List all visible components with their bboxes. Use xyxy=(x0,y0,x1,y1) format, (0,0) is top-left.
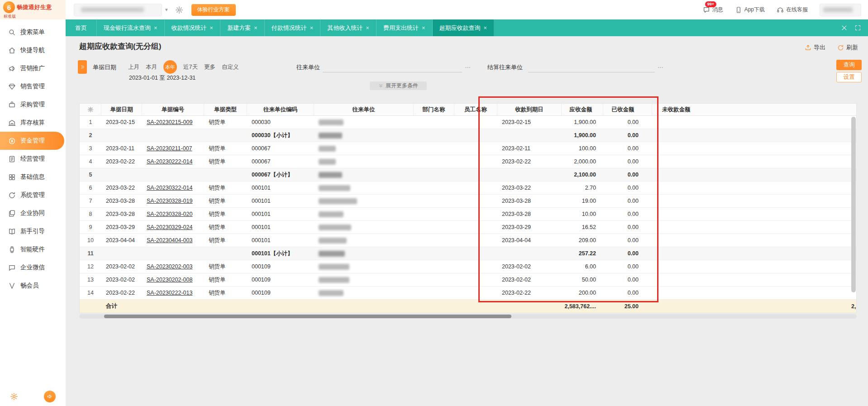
tab-付款情况统计[interactable]: 付款情况统计× xyxy=(265,19,321,36)
vertical-scrollbar[interactable] xyxy=(851,117,856,292)
doc-no-link[interactable]: SA-20230328-019 xyxy=(147,198,192,204)
refresh-button[interactable]: 刷新 xyxy=(837,43,858,52)
quick-date-自定义[interactable]: 自定义 xyxy=(222,63,239,71)
date-range-value[interactable]: 2023-01-01 至 2023-12-31 xyxy=(129,74,196,82)
table-row[interactable]: 5000067【小计】2,100.000.00 xyxy=(80,168,857,182)
column-header-员工名称[interactable]: 员工名称 xyxy=(454,104,497,115)
sidebar-item-营销推广[interactable]: 营销推广 xyxy=(0,59,66,77)
table-row[interactable]: 92023-03-29SA-20230329-024销货单0001012023-… xyxy=(80,221,857,234)
sidebar-item-经营管理[interactable]: 经营管理 xyxy=(0,150,66,168)
tab-close-icon[interactable]: × xyxy=(154,24,157,31)
horizontal-scrollbar-thumb[interactable] xyxy=(104,315,511,318)
table-row[interactable]: 132023-02-02SA-20230202-008销货单0001092023… xyxy=(80,273,857,287)
tab-close-icon[interactable]: × xyxy=(484,24,487,31)
sidebar-item-库存核算[interactable]: 库存核算 xyxy=(0,114,66,132)
messages-button[interactable]: 99+ 消息 xyxy=(703,6,723,14)
tab-现金银行流水查询[interactable]: 现金银行流水查询× xyxy=(97,19,165,36)
sidebar-item-采购管理[interactable]: 采购管理 xyxy=(0,96,66,114)
column-header-往来单位编码[interactable]: 往来单位编码 xyxy=(247,104,314,115)
column-header-收款到期日[interactable]: 收款到期日 xyxy=(497,104,562,115)
trial-plan-button[interactable]: 体验行业方案 xyxy=(191,4,236,16)
sidebar-item-销售管理[interactable]: 销售管理 xyxy=(0,77,66,96)
column-header-单据编号[interactable]: 单据编号 xyxy=(142,104,204,115)
column-header-部门名称[interactable]: 部门名称 xyxy=(414,104,454,115)
quick-date-本月[interactable]: 本月 xyxy=(146,63,157,71)
table-row[interactable]: 142023-02-22SA-20230222-013销货单0001092023… xyxy=(80,287,857,300)
partner-input[interactable] xyxy=(323,62,462,72)
quick-date-上月[interactable]: 上月 xyxy=(128,63,139,71)
topbar-gear-icon[interactable] xyxy=(175,6,183,14)
collapse-filter-button[interactable] xyxy=(78,60,87,74)
column-header-单据类型[interactable]: 单据类型 xyxy=(204,104,247,115)
table-row[interactable]: 2000030【小计】1,900.000.00 xyxy=(80,129,857,142)
table-row[interactable]: 122023-02-02SA-20230202-003销货单0001092023… xyxy=(80,260,857,273)
table-row[interactable]: 11000101【小计】257.220.00 xyxy=(80,247,857,260)
doc-no-link[interactable]: SA-20230222-013 xyxy=(147,290,192,296)
partner-picker-dots[interactable]: … xyxy=(465,62,471,69)
horizontal-scrollbar-track[interactable] xyxy=(79,314,857,319)
quick-date-本年[interactable]: 本年 xyxy=(163,60,177,74)
tab-close-icon[interactable]: × xyxy=(210,24,214,31)
query-button[interactable]: 查询 xyxy=(836,60,862,70)
sidebar-item-企业微信[interactable]: 企业微信 xyxy=(0,258,66,277)
settings-gear-icon[interactable] xyxy=(10,392,18,401)
doc-no-link[interactable]: SA-20230222-014 xyxy=(147,158,192,165)
table-row[interactable]: 62023-03-22SA-20230322-014销货单0001012023-… xyxy=(80,182,857,195)
column-header-应收金额[interactable]: 应收金额 xyxy=(562,104,603,115)
tab-超期应收款查询[interactable]: 超期应收款查询× xyxy=(433,19,495,36)
table-row[interactable]: 12023-02-15SA-20230215-009销货单0000302023-… xyxy=(80,116,857,129)
table-row[interactable]: 42023-02-22SA-20230222-014销货单0000672023-… xyxy=(80,155,857,168)
sidebar-item-资金管理[interactable]: 资金管理 xyxy=(0,132,64,150)
column-header-未收款金额[interactable]: 未收款金额 xyxy=(652,104,857,115)
tab-close-icon[interactable]: × xyxy=(366,24,369,31)
doc-no-link[interactable]: SA-20230202-003 xyxy=(147,263,192,270)
tab-close-icon[interactable]: × xyxy=(310,24,314,31)
org-selector[interactable]: ▾ xyxy=(74,4,168,16)
sidebar-item-智能硬件[interactable]: 智能硬件 xyxy=(0,240,66,258)
tab-close-icon[interactable]: × xyxy=(422,24,425,31)
table-row[interactable]: 82023-03-28SA-20230328-020销货单0001012023-… xyxy=(80,208,857,221)
export-button[interactable]: 导出 xyxy=(805,43,825,52)
tab-close-icon[interactable]: × xyxy=(254,24,258,31)
filter-settings-button[interactable]: 设置 xyxy=(836,72,862,82)
sidebar-item-企业协同[interactable]: 企业协同 xyxy=(0,204,66,222)
settle-partner-picker-dots[interactable]: … xyxy=(658,62,664,69)
sidebar-item-搜索菜单[interactable]: 搜索菜单 xyxy=(0,23,66,41)
column-header-已收金额[interactable]: 已收金额 xyxy=(603,104,652,115)
doc-no-link[interactable]: SA-20230328-020 xyxy=(147,211,192,217)
expand-more-conditions[interactable]: 展开更多条件 xyxy=(370,81,427,90)
column-header-单据日期[interactable]: 单据日期 xyxy=(101,104,142,115)
user-info-blurred[interactable] xyxy=(820,4,861,16)
tab-费用支出统计[interactable]: 费用支出统计× xyxy=(377,19,433,36)
tab-home[interactable]: 首页 xyxy=(66,19,97,36)
doc-no-link[interactable]: SA-20230404-003 xyxy=(147,237,192,244)
quick-date-近7天[interactable]: 近7天 xyxy=(183,63,198,71)
doc-no-link[interactable]: SA-20230329-024 xyxy=(147,224,192,230)
doc-no-link[interactable]: SA-20230202-008 xyxy=(147,277,192,283)
app-download-button[interactable]: App下载 xyxy=(735,6,765,14)
sidebar-item-快捷导航[interactable]: 快捷导航 xyxy=(0,41,66,59)
tab-其他收入统计[interactable]: 其他收入统计× xyxy=(320,19,377,36)
announcement-button[interactable] xyxy=(44,391,56,402)
tab-新建方案[interactable]: 新建方案× xyxy=(220,19,265,36)
column-settings-button[interactable] xyxy=(80,104,101,115)
column-header-往来单位[interactable]: 往来单位 xyxy=(314,104,414,115)
table-row[interactable]: 102023-04-04SA-20230404-003销货单0001012023… xyxy=(80,234,857,247)
doc-no-link[interactable]: SA-20230215-009 xyxy=(147,119,192,125)
settle-partner-input[interactable] xyxy=(528,62,655,72)
sidebar-item-新手引导[interactable]: 新手引导 xyxy=(0,222,66,240)
doc-no-link[interactable]: SA-20230211-007 xyxy=(147,145,192,152)
close-all-tabs-icon[interactable] xyxy=(841,24,848,31)
sidebar-item-系统管理[interactable]: 系统管理 xyxy=(0,186,66,204)
online-support-button[interactable]: 在线客服 xyxy=(777,6,808,14)
tab-收款情况统计[interactable]: 收款情况统计× xyxy=(165,19,221,36)
cell-doc-no: SA-20230322-014 xyxy=(142,182,204,194)
sidebar-item-基础信息[interactable]: 基础信息 xyxy=(0,168,66,186)
table-row[interactable]: 32023-02-11SA-20230211-007销货单0000672023-… xyxy=(80,142,857,155)
cell-doc-no xyxy=(142,247,204,260)
table-row[interactable]: 72023-03-28SA-20230328-019销货单0001012023-… xyxy=(80,195,857,208)
sidebar-item-畅会员[interactable]: 畅会员 xyxy=(0,277,66,295)
doc-no-link[interactable]: SA-20230322-014 xyxy=(147,185,192,191)
quick-date-更多[interactable]: 更多 xyxy=(204,63,215,71)
fullscreen-icon[interactable] xyxy=(854,24,861,31)
